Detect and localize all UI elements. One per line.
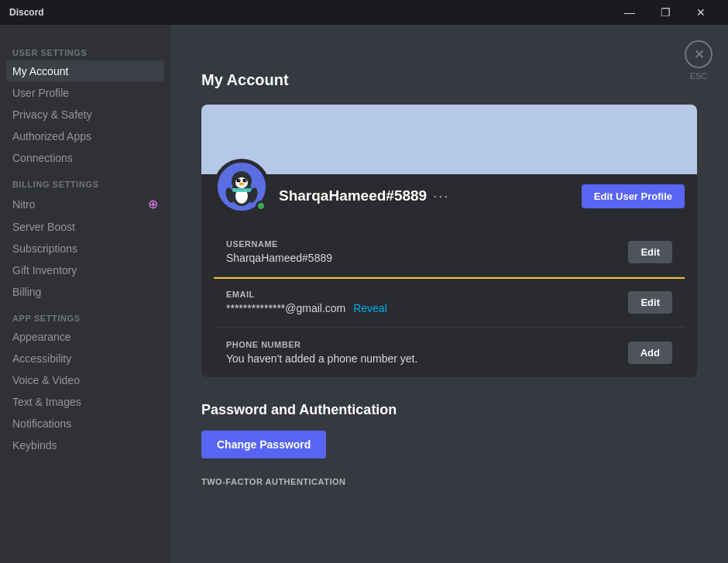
sidebar-item-label: User Profile	[12, 87, 69, 99]
esc-button[interactable]: ✕ ESC	[685, 40, 713, 81]
svg-rect-10	[232, 188, 252, 192]
sidebar-item-label: Nitro	[12, 198, 36, 211]
phone-value: You haven't added a phone number yet.	[226, 352, 619, 365]
sidebar-item-user-profile[interactable]: User Profile	[6, 82, 164, 104]
sidebar-item-label: Billing	[12, 286, 41, 298]
esc-label: ESC	[690, 71, 708, 81]
sidebar-item-label: Gift Inventory	[12, 264, 77, 276]
sidebar-item-text-images[interactable]: Text & Images	[6, 391, 164, 413]
email-field-row: EMAIL **************@gmail.com Reveal Ed…	[214, 277, 685, 328]
svg-point-6	[243, 179, 247, 183]
sidebar-item-nitro[interactable]: Nitro ⊕	[6, 192, 164, 216]
email-edit-button[interactable]: Edit	[628, 291, 672, 314]
sidebar-section-app-settings: APP SETTINGS	[6, 309, 164, 326]
sidebar-item-keybinds[interactable]: Keybinds	[6, 434, 164, 456]
sidebar-item-notifications[interactable]: Notifications	[6, 413, 164, 434]
sidebar-item-privacy-safety[interactable]: Privacy & Safety	[6, 104, 164, 125]
profile-username: SharqaHameed#5889	[279, 187, 427, 204]
minimize-button[interactable]: —	[612, 0, 647, 25]
password-section-heading: Password and Authentication	[201, 402, 697, 418]
more-options-icon[interactable]: ···	[433, 188, 449, 204]
email-masked: **************@gmail.com	[226, 302, 345, 314]
sidebar: USER SETTINGS My Account User Profile Pr…	[0, 25, 170, 563]
phone-label: PHONE NUMBER	[226, 340, 619, 349]
sidebar-item-gift-inventory[interactable]: Gift Inventory	[6, 259, 164, 281]
sidebar-item-accessibility[interactable]: Accessibility	[6, 348, 164, 369]
account-fields: USERNAME SharqaHameed#5889 Edit	[214, 227, 685, 377]
email-value: **************@gmail.com Reveal	[226, 302, 619, 314]
sidebar-item-label: Text & Images	[12, 396, 81, 408]
username-label: USERNAME	[226, 239, 619, 249]
sidebar-item-my-account[interactable]: My Account	[6, 60, 164, 82]
sidebar-item-connections[interactable]: Connections	[6, 147, 164, 169]
sidebar-item-appearance[interactable]: Appearance	[6, 326, 164, 348]
page-title: My Account	[201, 71, 697, 89]
esc-circle-icon: ✕	[685, 40, 713, 68]
sidebar-item-voice-video[interactable]: Voice & Video	[6, 369, 164, 391]
sidebar-item-label: Voice & Video	[12, 374, 80, 386]
phone-field-content: PHONE NUMBER You haven't added a phone n…	[226, 340, 619, 365]
two-factor-label: TWO-FACTOR AUTHENTICATION	[201, 477, 697, 486]
nitro-icon: ⊕	[148, 197, 158, 211]
profile-info-row: SharqaHameed#5889 ··· Edit User Profile	[201, 159, 697, 227]
content-inner: ✕ ESC My Account	[170, 25, 728, 517]
sidebar-item-label: Keybinds	[12, 439, 57, 451]
username-value: SharqaHameed#5889	[226, 252, 619, 264]
sidebar-item-authorized-apps[interactable]: Authorized Apps	[6, 125, 164, 147]
sidebar-item-label: Connections	[12, 152, 73, 164]
username-row: SharqaHameed#5889 ···	[279, 169, 582, 204]
sidebar-item-label: Appearance	[12, 331, 71, 343]
titlebar: Discord — ❐ ✕	[0, 0, 728, 25]
sidebar-section-user-settings: USER SETTINGS	[6, 43, 164, 60]
email-label: EMAIL	[226, 290, 619, 299]
username-edit-button[interactable]: Edit	[628, 241, 672, 263]
app-title: Discord	[9, 7, 44, 18]
svg-point-8	[245, 179, 246, 180]
sidebar-section-billing-settings: BILLING SETTINGS	[6, 175, 164, 192]
content-area: ✕ ESC My Account	[170, 25, 728, 563]
svg-point-9	[239, 183, 244, 186]
avatar-wrapper	[214, 159, 270, 215]
maximize-button[interactable]: ❐	[647, 0, 683, 25]
app-body: USER SETTINGS My Account User Profile Pr…	[0, 25, 728, 563]
window-controls: — ❐ ✕	[612, 0, 719, 25]
profile-card: SharqaHameed#5889 ··· Edit User Profile …	[201, 105, 697, 377]
svg-point-7	[239, 179, 240, 180]
phone-field-row: PHONE NUMBER You haven't added a phone n…	[214, 328, 685, 377]
username-field-row: USERNAME SharqaHameed#5889 Edit	[214, 227, 685, 277]
sidebar-item-label: Server Boost	[12, 221, 75, 233]
sidebar-item-label: My Account	[12, 65, 68, 77]
username-field-content: USERNAME SharqaHameed#5889	[226, 239, 619, 264]
sidebar-item-server-boost[interactable]: Server Boost	[6, 216, 164, 238]
close-button[interactable]: ✕	[683, 0, 719, 25]
email-field-content: EMAIL **************@gmail.com Reveal	[226, 290, 619, 314]
reveal-link[interactable]: Reveal	[353, 302, 387, 314]
sidebar-item-label: Notifications	[12, 417, 71, 430]
phone-add-button[interactable]: Add	[628, 342, 672, 364]
sidebar-item-subscriptions[interactable]: Subscriptions	[6, 238, 164, 259]
change-password-button[interactable]: Change Password	[201, 431, 326, 458]
svg-point-5	[237, 179, 241, 183]
sidebar-item-billing[interactable]: Billing	[6, 281, 164, 303]
sidebar-item-label: Subscriptions	[12, 242, 77, 255]
edit-profile-button[interactable]: Edit User Profile	[582, 184, 685, 208]
sidebar-item-label: Privacy & Safety	[12, 108, 92, 121]
status-dot	[256, 201, 266, 211]
sidebar-item-label: Authorized Apps	[12, 130, 91, 142]
sidebar-item-label: Accessibility	[12, 352, 71, 365]
